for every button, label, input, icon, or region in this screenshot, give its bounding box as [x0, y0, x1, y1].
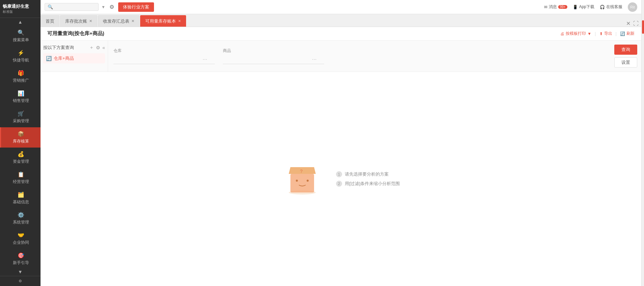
- sidebar-icon-enterprise: 🤝: [18, 232, 24, 238]
- sidebar-item-basic[interactable]: 🗂️基础信息: [0, 188, 41, 208]
- warehouse-field: 仓库 ···: [113, 48, 215, 64]
- app-subtitle: 标准版: [3, 9, 13, 14]
- product-input[interactable]: [223, 57, 311, 62]
- query-sidebar-header: 按以下方案查询 ＋ ⚙ «: [43, 45, 105, 51]
- tabs-bar: 首页库存批次账✕收发存汇总表✕可用量库存账本✕ ✕ ⛶: [41, 14, 641, 27]
- online-service-label: 在线客服: [606, 4, 622, 10]
- export-btn[interactable]: ⬆ 导出: [599, 31, 612, 36]
- avatar[interactable]: Rit: [628, 2, 637, 12]
- svg-point-3: [296, 180, 298, 182]
- sidebar-item-newbie[interactable]: 🎯新手引导: [0, 249, 41, 268]
- empty-tip-1: 1 请先选择要分析的方案: [336, 171, 400, 177]
- product-input-wrap: ···: [223, 55, 324, 64]
- sidebar-item-system[interactable]: ⚙️系统管理: [0, 208, 41, 229]
- topbar-chevron-icon[interactable]: ▼: [101, 5, 105, 9]
- sidebar-icon-shortcut: ⚡: [18, 50, 24, 56]
- sidebar-label-enterprise: 企业协同: [13, 240, 29, 245]
- sidebar-item-search[interactable]: 🔍搜索菜单: [0, 26, 41, 46]
- tab-home[interactable]: 首页: [41, 15, 59, 27]
- sidebar-item-finance[interactable]: 💰资金管理: [0, 148, 41, 168]
- sidebar-label-system: 系统管理: [13, 219, 29, 225]
- qs-add-btn[interactable]: ＋: [89, 45, 94, 51]
- sidebar-icon-sales: 📊: [18, 90, 24, 97]
- svg-rect-1: [290, 174, 314, 192]
- product-label: 商品: [223, 48, 324, 54]
- tab-batch[interactable]: 库存批次账✕: [60, 15, 97, 27]
- qs-collapse-btn[interactable]: «: [102, 45, 105, 51]
- tab-close-summary[interactable]: ✕: [131, 19, 134, 23]
- app-download-icon: 📱: [573, 5, 578, 9]
- message-btn[interactable]: ✉ 消息 99+: [544, 4, 567, 10]
- app-title: 畅康通好生意: [3, 3, 29, 9]
- query-btn[interactable]: 查询: [614, 45, 637, 55]
- sidebar-icon-marketing: 🎁: [18, 70, 24, 76]
- sidebar-icon-system: ⚙️: [18, 212, 24, 218]
- empty-tip-2: 2 用[过滤]条件来缩小分析范围: [336, 181, 400, 187]
- settings-btn[interactable]: 设置: [614, 57, 637, 68]
- warehouse-input[interactable]: [113, 57, 201, 62]
- sidebar-bottom-icon: ⚙: [19, 279, 22, 283]
- print-btn[interactable]: 🖨 按模板打印 ▼: [560, 31, 591, 36]
- sidebar-scroll-up[interactable]: ▲: [0, 18, 41, 26]
- export-label: 导出: [604, 31, 612, 36]
- tab-available[interactable]: 可用量库存账本✕: [140, 15, 186, 27]
- sidebar-icon-operation: 📋: [18, 171, 24, 178]
- scrollbar-thumb[interactable]: [642, 20, 644, 34]
- warehouse-input-wrap: ···: [113, 55, 215, 64]
- print-icon: 🖨: [560, 31, 564, 36]
- refresh-btn[interactable]: 🔄 刷新: [620, 31, 635, 36]
- sidebar-item-sales[interactable]: 📊销售管理: [0, 87, 41, 107]
- sidebar-icon-newbie: 🎯: [18, 252, 24, 259]
- sidebar-icon-purchase: 🛒: [18, 110, 24, 117]
- sidebar-item-shortcut[interactable]: ⚡快捷导航: [0, 46, 41, 67]
- close-tab-btn[interactable]: ✕: [626, 20, 630, 27]
- sidebar-item-enterprise[interactable]: 🤝企业协同: [0, 229, 41, 249]
- sidebar-item-marketing[interactable]: 🎁营销推广: [0, 67, 41, 87]
- sidebar-label-shortcut: 快捷导航: [13, 57, 29, 63]
- topbar: 🔍 ▼ ⚙ 体验行业方案 ✉ 消息 99+ 📱 App下载 🎧 在线客服 Rit: [41, 0, 641, 14]
- online-service-btn[interactable]: 🎧 在线客服: [600, 4, 622, 10]
- empty-state: ? 1 请先选择要分析的方案 2 用[过滤]条件来缩小分析范围: [41, 72, 641, 286]
- sidebar-icon-inventory: 📦: [18, 131, 24, 137]
- topbar-gear-icon[interactable]: ⚙: [109, 4, 114, 10]
- qs-settings-btn[interactable]: ⚙: [96, 45, 100, 51]
- sidebar-item-inventory[interactable]: 📦库存核算: [0, 127, 41, 148]
- topbar-search-box[interactable]: 🔍: [45, 3, 99, 11]
- content-header: 可用量查询(按仓库+商品) 🖨 按模板打印 ▼ | ⬆ 导出 | 🔄 刷新: [41, 27, 641, 41]
- warehouse-label: 仓库: [113, 48, 215, 54]
- warehouse-more-icon[interactable]: ···: [203, 56, 207, 62]
- sidebar-label-basic: 基础信息: [13, 199, 29, 205]
- svg-point-4: [307, 180, 309, 182]
- query-fields: 仓库 ··· 商品 ···: [108, 41, 610, 72]
- tab-close-available[interactable]: ✕: [178, 19, 181, 23]
- sidebar-scroll-down[interactable]: ▼: [0, 268, 41, 276]
- tabs-controls: ✕ ⛶: [623, 20, 641, 27]
- scheme-icon: 🔄: [46, 56, 52, 61]
- sidebar-bottom[interactable]: ⚙: [0, 276, 41, 286]
- query-actions: 查询 设置: [610, 41, 641, 72]
- tip-num-2: 2: [336, 181, 342, 187]
- sidebar-label-marketing: 营销推广: [13, 78, 29, 83]
- query-sidebar-title: 按以下方案查询: [43, 45, 74, 51]
- scheme-label: 仓库+商品: [54, 55, 74, 61]
- tab-summary[interactable]: 收发存汇总表✕: [98, 15, 139, 27]
- search-icon: 🔍: [48, 4, 53, 9]
- app-logo: 畅康通好生意 标准版: [0, 0, 41, 18]
- scheme-item-warehouse-product[interactable]: 🔄 仓库+商品: [43, 53, 105, 63]
- industry-btn[interactable]: 体验行业方案: [118, 2, 154, 12]
- tip-text-1: 请先选择要分析的方案: [345, 171, 389, 177]
- headset-icon: 🎧: [600, 5, 605, 9]
- tab-close-batch[interactable]: ✕: [89, 19, 92, 23]
- export-icon: ⬆: [599, 31, 603, 36]
- sidebar-item-purchase[interactable]: 🛒采购管理: [0, 107, 41, 127]
- page-title: 可用量查询(按仓库+商品): [47, 30, 104, 37]
- product-more-icon[interactable]: ···: [312, 56, 316, 62]
- right-scrollbar[interactable]: [641, 0, 644, 286]
- app-download-btn[interactable]: 📱 App下载: [573, 4, 594, 10]
- refresh-icon: 🔄: [620, 31, 625, 36]
- sidebar-label-purchase: 采购管理: [13, 118, 29, 124]
- tab-label-summary: 收发存汇总表: [103, 18, 129, 24]
- maximize-tab-btn[interactable]: ⛶: [633, 21, 639, 27]
- sidebar-item-operation[interactable]: 📋经营管理: [0, 168, 41, 188]
- search-input[interactable]: [54, 5, 96, 9]
